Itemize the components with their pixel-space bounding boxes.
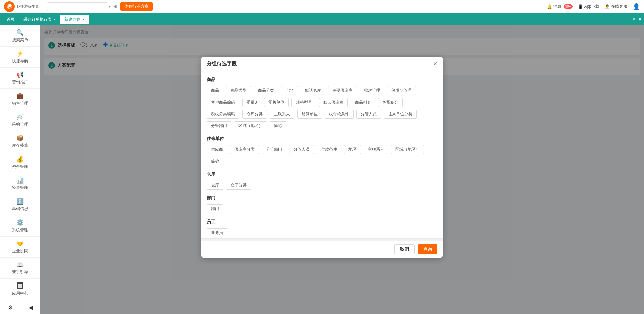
field-warehouse-category[interactable]: 仓库分类: [242, 110, 267, 119]
field-points[interactable]: 炼货积分: [378, 98, 403, 107]
field-supervisor[interactable]: 分管人员: [356, 110, 381, 119]
field-partner-abbr[interactable]: 简称: [207, 157, 223, 166]
system-icon: ⚙️: [16, 219, 24, 226]
search-input[interactable]: [47, 2, 107, 11]
warehouse-field-grid: 仓库 仓库分类: [207, 181, 437, 190]
field-area[interactable]: 地区: [344, 145, 361, 154]
field-batch-mgmt[interactable]: 批次管理: [360, 86, 384, 95]
header-search-area: ▾ ⚙: [47, 2, 118, 11]
search-button[interactable]: ▾: [109, 4, 111, 9]
field-supplier-category[interactable]: 供应商分类: [230, 145, 259, 154]
sidebar-item-basic[interactable]: ℹ️ 基础信息: [0, 194, 40, 215]
tab-purchase-order[interactable]: 采购订单执行表 ×: [19, 15, 60, 24]
section-goods: 商品 商品 商品类型 商品分类 产地 默认仓库 主要供应商 批次管理 保质期管理…: [207, 77, 437, 130]
tab-close-icon[interactable]: ✕: [632, 17, 636, 22]
sidebar-item-system[interactable]: ⚙️ 系统管理: [0, 215, 40, 237]
sidebar-item-appstore[interactable]: 🔲 应用中心: [0, 279, 40, 300]
marketing-icon: 📢: [16, 71, 24, 78]
sidebar-item-finance[interactable]: 💰 资金管理: [0, 152, 40, 173]
field-sales-rep[interactable]: 业务员: [207, 228, 227, 237]
sidebar-item-inventory[interactable]: 📦 库存核算: [0, 131, 40, 152]
sidebar-item-marketing[interactable]: 📢 营销推广: [0, 68, 40, 89]
logo-icon: 标: [4, 1, 15, 12]
app-download-item[interactable]: 📱 App下载: [578, 4, 599, 9]
field-warehouse[interactable]: 仓库: [207, 181, 223, 190]
field-default-supplier[interactable]: 默认供应商: [319, 98, 348, 107]
field-customer-code[interactable]: 客户商品编码: [207, 98, 239, 107]
field-origin[interactable]: 产地: [281, 86, 298, 95]
sidebar-item-search[interactable]: 🔍 搜索菜单: [0, 25, 40, 47]
sidebar-settings-icon[interactable]: ⚙: [8, 304, 13, 311]
tab-bar: 首页 采购订单执行表 × 新建方案 × ✕ ≡: [0, 13, 644, 25]
field-goods-type[interactable]: 商品类型: [226, 86, 251, 95]
experience-btn[interactable]: 体验行业方案: [120, 2, 153, 11]
notification-badge: 99+: [564, 4, 573, 9]
field-region[interactable]: 区域（地区）: [234, 121, 267, 130]
section-partner: 往来单位 供应商 供应商分类 分管部门 分管人员 付款条件 地区 主联系人 区域…: [207, 136, 437, 166]
tab-purchase-close-icon[interactable]: ×: [54, 18, 56, 21]
field-spec-model[interactable]: 规格型号: [291, 98, 316, 107]
field-department[interactable]: 部门: [207, 204, 223, 213]
top-header: 标 畅捷通好生意 ▾ ⚙ 体验行业方案 🔔 消息 99+ 📱 App下载 👨‍💼…: [0, 0, 644, 13]
field-partner-category[interactable]: 往来单位分类: [384, 110, 417, 119]
sidebar-item-operation[interactable]: 📊 经营管理: [0, 173, 40, 194]
operation-icon: 📊: [16, 177, 24, 184]
sales-icon: 💼: [16, 92, 24, 100]
collab-icon: 🤝: [16, 240, 24, 247]
field-partner-dept[interactable]: 分管部门: [262, 145, 286, 154]
modal-title: 分组待选字段: [207, 61, 237, 67]
field-supplier[interactable]: 供应商: [207, 145, 227, 154]
field-partner-payment[interactable]: 付款条件: [317, 145, 341, 154]
field-abbr[interactable]: 简称: [270, 121, 286, 130]
field-retail-unit[interactable]: 零售单位: [264, 98, 289, 107]
field-default-warehouse[interactable]: 默认仓库: [301, 86, 325, 95]
department-field-grid: 部门: [207, 204, 437, 213]
sidebar-item-purchase[interactable]: 🛒 采购管理: [0, 110, 40, 131]
field-partner-region[interactable]: 区域（地区）: [391, 145, 424, 154]
field-goods-category[interactable]: 商品分类: [254, 86, 278, 95]
sidebar: 🔍 搜索菜单 ⚡ 快捷导航 📢 营销推广 💼 销售管理 🛒 采购管理 📦 库存核…: [0, 25, 40, 314]
field-partner-supervisor[interactable]: 分管人员: [289, 145, 314, 154]
field-dept[interactable]: 分管部门: [207, 121, 231, 130]
logo-text: 畅捷通好生意: [17, 4, 39, 9]
sidebar-item-guide[interactable]: 📖 新手引导: [0, 258, 40, 279]
tab-menu-icon[interactable]: ≡: [639, 17, 641, 22]
basic-icon: ℹ️: [16, 198, 24, 205]
field-tax-code[interactable]: 税收分类编码: [207, 110, 239, 119]
modal-body[interactable]: 商品 商品 商品类型 商品分类 产地 默认仓库 主要供应商 批次管理 保质期管理…: [201, 71, 443, 238]
modal-footer: 取消 查询: [201, 241, 443, 258]
field-main-contact[interactable]: 主联系人: [270, 110, 294, 119]
notification-item[interactable]: 🔔 消息 99+: [547, 4, 573, 9]
sidebar-item-collab[interactable]: 🤝 企业协同: [0, 237, 40, 258]
section-goods-title: 商品: [207, 77, 437, 83]
settings-icon[interactable]: ⚙: [114, 4, 118, 9]
cancel-button[interactable]: 取消: [394, 244, 415, 254]
field-goods-alias[interactable]: 商品别名: [351, 98, 375, 107]
inventory-icon: 📦: [16, 134, 24, 142]
field-shelf-life[interactable]: 保质期管理: [387, 86, 416, 95]
sidebar-item-quicknav[interactable]: ⚡ 快捷导航: [0, 47, 40, 68]
search-sidebar-icon: 🔍: [16, 29, 24, 36]
online-service-item[interactable]: 👨‍💼 在线客服: [605, 4, 627, 9]
guide-icon: 📖: [16, 261, 24, 268]
notification-icon: 🔔: [547, 4, 552, 9]
field-warehouse-cat[interactable]: 仓库分类: [226, 181, 251, 190]
modal-close-button[interactable]: ✕: [433, 61, 437, 67]
field-settlement-unit[interactable]: 结算单位: [297, 110, 322, 119]
field-weight3[interactable]: 重量3: [242, 98, 261, 107]
modal-horizontal-scroll[interactable]: [201, 238, 443, 241]
user-avatar[interactable]: 👤: [633, 3, 640, 10]
confirm-button[interactable]: 查询: [418, 244, 437, 254]
tab-home[interactable]: 首页: [3, 15, 19, 24]
field-goods[interactable]: 商品: [207, 86, 223, 95]
finance-icon: 💰: [16, 155, 24, 163]
section-partner-title: 往来单位: [207, 136, 437, 142]
tab-new-plan[interactable]: 新建方案 ×: [60, 15, 89, 24]
app-icon: 📱: [578, 4, 583, 9]
field-main-supplier[interactable]: 主要供应商: [328, 86, 357, 95]
field-partner-contact[interactable]: 主联系人: [364, 145, 388, 154]
field-payment-terms[interactable]: 收付款条件: [325, 110, 354, 119]
sidebar-item-sales[interactable]: 💼 销售管理: [0, 89, 40, 110]
tab-new-plan-close-icon[interactable]: ×: [83, 18, 85, 21]
sidebar-collapse-icon[interactable]: ◀: [29, 304, 33, 311]
